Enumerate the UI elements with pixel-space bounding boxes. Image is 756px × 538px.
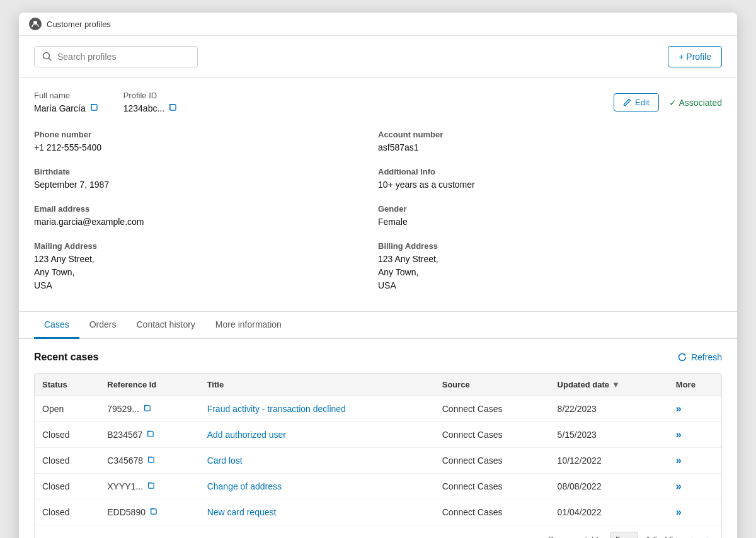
phone-group: Phone number +1 212-555-5400 [34, 123, 378, 161]
account-label: Account number [378, 130, 722, 139]
copy-name-icon[interactable] [89, 103, 98, 113]
copy-ref-icon[interactable] [147, 481, 155, 491]
col-ref-id: Reference Id [100, 374, 199, 396]
mailing-label: Mailing Address [34, 241, 378, 251]
more-button[interactable]: » [676, 403, 682, 414]
cell-status: Closed [35, 422, 100, 448]
case-link[interactable]: Add authorized user [207, 430, 286, 440]
edit-button[interactable]: Edit [614, 93, 658, 112]
edit-icon [623, 98, 631, 106]
cell-title[interactable]: New card request [200, 500, 435, 525]
copy-ref-icon[interactable] [146, 430, 154, 440]
birthdate-label: Birthdate [34, 167, 378, 176]
cell-more[interactable]: » [668, 448, 721, 474]
svg-rect-7 [149, 457, 154, 462]
cell-title[interactable]: Fraud activity - transaction declined [200, 396, 435, 422]
more-button[interactable]: » [676, 507, 682, 517]
search-input[interactable] [57, 52, 190, 62]
cell-date: 01/04/2022 [550, 500, 668, 525]
case-link[interactable]: Fraud activity - transaction declined [207, 404, 346, 414]
search-container[interactable] [34, 46, 198, 67]
tab-contact-history[interactable]: Contact history [126, 312, 205, 339]
more-button[interactable]: » [676, 429, 682, 440]
cell-title[interactable]: Add authorized user [200, 422, 435, 448]
gender-value: Female [378, 215, 722, 229]
cell-status: Closed [35, 500, 100, 525]
copy-ref-icon[interactable] [143, 404, 151, 414]
svg-rect-4 [170, 105, 176, 110]
birthdate-value: September 7, 1987 [34, 178, 378, 192]
app-icon [29, 18, 42, 30]
svg-line-2 [49, 59, 52, 61]
profile-details: Phone number +1 212-555-5400 Account num… [34, 113, 722, 299]
title-bar: Customer profiles [19, 13, 737, 36]
cell-more[interactable]: » [668, 422, 721, 448]
next-page-button[interactable]: › [702, 532, 714, 538]
profile-id-area: Full name María García P [34, 91, 177, 113]
table-row: Closed XYYY1... Change of address Connec… [35, 474, 721, 500]
mailing-group: Mailing Address 123 Any Street, Any Town… [34, 235, 378, 299]
checkmark-icon: ✓ [669, 98, 677, 108]
rows-per-label: Rows per table: [548, 535, 605, 538]
case-link[interactable]: Change of address [207, 481, 282, 491]
table-row: Open 79529... Fraud activity - transacti… [35, 396, 721, 422]
case-link[interactable]: Card lost [207, 455, 243, 466]
cell-source: Connect Cases [435, 500, 550, 525]
cell-source: Connect Cases [435, 396, 550, 422]
copy-ref-icon[interactable] [147, 455, 155, 466]
profile-actions: Edit ✓ Associated [614, 93, 722, 112]
svg-rect-3 [91, 105, 97, 110]
cell-title[interactable]: Card lost [200, 448, 435, 474]
header-bar: + Profile [19, 36, 737, 78]
more-button[interactable]: » [676, 455, 682, 466]
svg-rect-8 [149, 483, 154, 488]
cell-date: 10/12/2022 [550, 448, 668, 474]
page-info: 1-5 of 5+ [646, 535, 679, 538]
refresh-icon [677, 352, 687, 362]
additional-info-group: Additional Info 10+ years as a customer [378, 161, 722, 198]
prev-page-button[interactable]: ‹ [686, 532, 697, 538]
tab-orders[interactable]: Orders [79, 312, 127, 339]
tabs-bar: Cases Orders Contact history More inform… [19, 312, 737, 339]
cell-date: 8/22/2023 [550, 396, 668, 422]
cell-date: 5/15/2023 [550, 422, 668, 448]
content-area: + Profile Full name María García [19, 36, 737, 538]
full-name-value: María García [34, 103, 98, 113]
gender-label: Gender [378, 204, 722, 214]
cases-content: Recent cases Refresh Status Reference Id [19, 339, 737, 538]
cell-title[interactable]: Change of address [200, 474, 435, 500]
gender-group: Gender Female [378, 198, 722, 235]
rows-per-page: Rows per table: 5 10 20 [548, 532, 638, 538]
case-link[interactable]: New card request [207, 507, 277, 517]
sort-icon: ▼ [612, 380, 620, 389]
tab-cases[interactable]: Cases [34, 312, 79, 339]
copy-ref-icon[interactable] [149, 507, 158, 517]
copy-id-icon[interactable] [168, 103, 177, 113]
profile-id-group: Profile ID 1234abc... [123, 91, 177, 113]
cell-more[interactable]: » [668, 500, 721, 525]
add-profile-button[interactable]: + Profile [668, 46, 722, 67]
profile-id-text: 1234abc... [123, 103, 164, 113]
table-row: Closed C345678 Card lost Connect Cases 1… [35, 448, 721, 474]
rows-per-select[interactable]: 5 10 20 [610, 532, 638, 538]
table-header-row: Status Reference Id Title Source Updated… [35, 374, 721, 396]
col-updated-date[interactable]: Updated date ▼ [550, 374, 668, 396]
associated-text: Associated [679, 98, 722, 108]
cell-ref-id: 79529... [100, 396, 199, 422]
cell-more[interactable]: » [668, 474, 721, 500]
tab-more-information[interactable]: More information [205, 312, 292, 339]
profile-id-label: Profile ID [123, 91, 177, 100]
cell-status: Closed [35, 448, 100, 474]
account-value: asf587as1 [378, 141, 722, 154]
pagination-nav: ‹ › [686, 532, 714, 538]
add-profile-label: + Profile [679, 52, 711, 62]
col-status: Status [35, 374, 100, 396]
additional-info-value: 10+ years as a customer [378, 178, 722, 192]
col-more: More [668, 374, 721, 396]
cell-status: Closed [35, 474, 100, 500]
cell-ref-id: C345678 [100, 448, 199, 474]
more-button[interactable]: » [676, 481, 682, 491]
refresh-button[interactable]: Refresh [677, 352, 722, 362]
cell-more[interactable]: » [668, 396, 721, 422]
cell-source: Connect Cases [435, 448, 550, 474]
